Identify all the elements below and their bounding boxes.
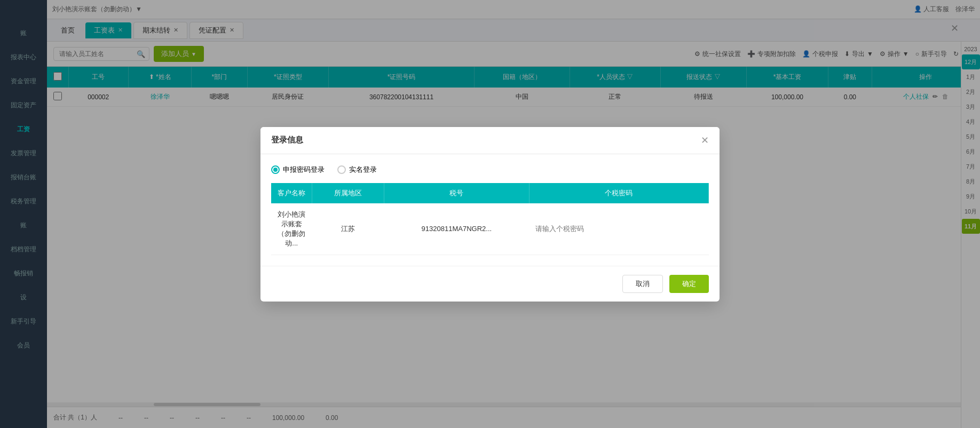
modal-data-table: 客户名称 所属地区 税号 个税密码 刘小艳演示账套（勿删勿动... 江苏 913… xyxy=(271,183,709,255)
modal-footer: 取消 确定 xyxy=(260,266,720,302)
login-modal: 登录信息 ✕ 申报密码登录 实名登录 客户名称 所属地区 xyxy=(260,127,720,302)
modal-table-row: 刘小艳演示账套（勿删勿动... 江苏 91320811MA7NGR2... xyxy=(271,203,709,255)
tax-password-input[interactable] xyxy=(535,225,702,233)
modal-close-btn[interactable]: ✕ xyxy=(701,134,709,146)
radio-dot-inactive xyxy=(337,165,346,174)
modal-overlay: 登录信息 ✕ 申报密码登录 实名登录 客户名称 所属地区 xyxy=(0,0,980,428)
modal-col-taxid: 税号 xyxy=(384,183,529,203)
modal-col-region: 所属地区 xyxy=(312,183,384,203)
modal-col-password: 个税密码 xyxy=(529,183,708,203)
modal-title: 登录信息 xyxy=(271,135,303,145)
modal-header: 登录信息 ✕ xyxy=(260,127,720,154)
modal-body: 申报密码登录 实名登录 客户名称 所属地区 税号 个税密码 xyxy=(260,154,720,266)
radio-password-login[interactable]: 申报密码登录 xyxy=(271,165,325,175)
login-type-radio-group: 申报密码登录 实名登录 xyxy=(271,165,709,175)
cancel-button[interactable]: 取消 xyxy=(622,275,663,293)
modal-cell-region: 江苏 xyxy=(312,203,384,255)
modal-col-name: 客户名称 xyxy=(271,183,312,203)
modal-cell-name: 刘小艳演示账套（勿删勿动... xyxy=(271,203,312,255)
modal-cell-taxid: 91320811MA7NGR2... xyxy=(384,203,529,255)
radio-realname-login[interactable]: 实名登录 xyxy=(337,165,377,175)
confirm-button[interactable]: 确定 xyxy=(669,275,709,293)
radio-dot-active xyxy=(271,165,280,174)
modal-cell-password[interactable] xyxy=(529,203,708,255)
